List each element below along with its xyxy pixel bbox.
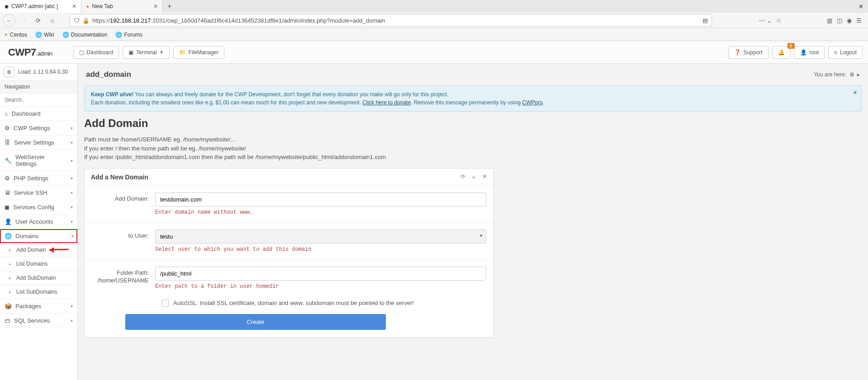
nav-add-domain[interactable]: ▸Add Domain◀━━━━ <box>0 243 77 257</box>
database-icon: 🗃 <box>5 317 10 324</box>
search-input[interactable] <box>0 94 77 107</box>
cube-icon: ◼ <box>5 204 9 211</box>
nav-packages[interactable]: 📦Packages▾ <box>0 299 77 314</box>
panel-header: Add a New Domain ⟳ ＋ ✕ <box>85 169 493 186</box>
dashboard-button[interactable]: ▢Dashboard <box>73 46 119 59</box>
url-bar[interactable]: 🛡 🔒 https://192.168.18.217:2031/cwp_1b50… <box>70 14 712 27</box>
notif-count: 6 <box>787 43 795 49</box>
breadcrumb-row: add_domain You are here: 🖥 ▸ <box>78 64 868 85</box>
server-icon[interactable]: ≣ <box>4 66 14 77</box>
back-button[interactable]: ← <box>3 14 15 27</box>
domain-input[interactable] <box>155 192 486 206</box>
user-icon: 👤 <box>5 218 12 225</box>
new-tab-button[interactable]: + <box>163 2 176 10</box>
window-close-icon[interactable]: ✕ <box>854 3 868 10</box>
refresh-icon[interactable]: ⟳ <box>460 173 465 181</box>
tab-title: CWP7.admin [abc ] <box>11 3 58 9</box>
wrench-icon: 🔧 <box>5 157 12 164</box>
library-icon[interactable]: ▥ <box>827 17 832 24</box>
support-icon: ❓ <box>734 49 741 56</box>
nav-sql-services[interactable]: 🗃SQL Services▾ <box>0 314 77 328</box>
logout-button[interactable]: ⎋Logout <box>828 46 863 59</box>
user-select[interactable]: testu <box>155 230 486 244</box>
more-icon[interactable]: ⋯ <box>759 17 765 24</box>
support-button[interactable]: ❓Support <box>728 46 768 59</box>
donate-link[interactable]: Click here to donate <box>362 99 411 106</box>
chevron-down-icon: ▾ <box>71 176 73 181</box>
autossl-checkbox[interactable] <box>161 300 169 307</box>
add-domain-panel: Add a New Domain ⟳ ＋ ✕ Add Domain: Enter… <box>84 168 494 338</box>
browser-tab-2[interactable]: ● New Tab ✕ <box>81 0 163 13</box>
bookmark-forums[interactable]: 🌐Forums <box>115 32 142 38</box>
nav-service-ssh[interactable]: 🖥Service SSH▾ <box>0 186 77 200</box>
forward-button[interactable]: → <box>17 14 30 27</box>
nav-add-subdomain[interactable]: ▸Add SubDomain <box>0 271 77 285</box>
sidebar: ≣ Load: 1.11 0.64 0.30 Navigation ⌂Dashb… <box>0 64 78 380</box>
filemanager-button[interactable]: 📁FileManager <box>173 46 225 59</box>
reader-icon[interactable]: ▤ <box>702 17 708 24</box>
path-hints: Path must be /home/USERNAME eg. /home/my… <box>84 135 862 162</box>
nav-user-accounts[interactable]: 👤User Accounts▾ <box>0 215 77 229</box>
home-button[interactable]: ⌂ <box>46 14 59 27</box>
sidebar-icon[interactable]: ◫ <box>837 17 842 24</box>
cogs-icon: ⚙ <box>5 175 10 182</box>
desktop-icon[interactable]: 🖥 <box>849 71 854 78</box>
tab-close-icon[interactable]: ✕ <box>153 3 158 9</box>
star-icon[interactable]: ☆ <box>776 17 782 24</box>
nav-php-settings[interactable]: ⚙PHP Settings▾ <box>0 171 77 186</box>
nav-server-settings[interactable]: 🗄Server Settings▾ <box>0 136 77 150</box>
nav-cwp-settings[interactable]: ⚙CWP Settings▾ <box>0 121 77 136</box>
bookmark-wiki[interactable]: 🌐Wiki <box>35 32 54 38</box>
cogs-icon: ⚙ <box>5 125 10 131</box>
domain-row: Add Domain: Enter domain name without ww… <box>85 186 493 223</box>
lock-icon[interactable]: 🔒 <box>82 17 90 24</box>
tab-close-icon[interactable]: ✕ <box>72 3 76 9</box>
centos-icon: ✦ <box>4 32 8 38</box>
cwppro-link[interactable]: CWPpro <box>522 99 542 106</box>
profile-icon[interactable]: ◉ <box>847 17 852 24</box>
user-button[interactable]: 👤root <box>794 46 825 59</box>
chevron-down-icon: ▾ <box>71 190 73 195</box>
desktop-icon: 🖥 <box>5 189 10 196</box>
nav-webserver-settings[interactable]: 🔧WebServer Settings▾ <box>0 150 77 171</box>
chevron-down-icon: ▾ <box>71 140 73 145</box>
create-button[interactable]: Create <box>125 314 386 330</box>
user-row: to User: testu Select user to which you … <box>85 223 493 260</box>
alert-lead: Keep CWP alive! <box>91 91 133 98</box>
tab-bar: ◆ CWP7.admin [abc ] ✕ ● New Tab ✕ + ✕ <box>0 0 868 13</box>
panel-title: Add a New Domain <box>91 174 148 181</box>
path-label: Folder Path: /home/USERNAME <box>92 267 155 294</box>
menu-icon[interactable]: ☰ <box>856 17 862 24</box>
notifications-button[interactable]: 🔔6 <box>772 46 791 59</box>
nav-list-domains[interactable]: ▸List Domains <box>0 257 77 271</box>
nav-heading: Navigation <box>0 80 77 94</box>
close-icon[interactable]: ✕ <box>482 173 487 181</box>
chevron-down-icon: ▾ <box>71 126 73 131</box>
plus-icon[interactable]: ＋ <box>471 173 477 181</box>
browser-tab-1[interactable]: ◆ CWP7.admin [abc ] ✕ <box>0 0 81 13</box>
domain-help: Enter domain name without www. <box>155 209 486 216</box>
folder-icon: 📁 <box>179 49 186 56</box>
submit-row: Create <box>85 314 493 337</box>
chevron-down-icon: ▾ <box>71 219 73 224</box>
terminal-button[interactable]: ▣Terminal ▼ <box>123 46 169 59</box>
chevron-down-icon: ▾ <box>71 318 73 323</box>
bookmark-documentation[interactable]: 🌐Documentation <box>62 32 108 38</box>
path-input[interactable] <box>155 267 486 281</box>
user-icon: 👤 <box>800 49 807 56</box>
nav-domains[interactable]: 🌐Domains▾ <box>0 229 77 243</box>
bookmark-centos[interactable]: ✦Centos <box>4 32 27 38</box>
server-icon: 🗄 <box>5 139 10 146</box>
bullet-icon: ▸ <box>9 262 11 266</box>
reload-button[interactable]: ⟳ <box>32 14 44 27</box>
path-help: Enter path to a folder in user homedir <box>155 283 486 290</box>
nav-list-subdomains[interactable]: ▸List SubDomains <box>0 285 77 299</box>
bookmarks-bar: ✦Centos 🌐Wiki 🌐Documentation 🌐Forums <box>0 28 868 41</box>
user-help: Select user to which you want to add thi… <box>155 246 486 253</box>
close-alert-button[interactable]: × <box>854 89 857 97</box>
shield-icon[interactable]: 🛡 <box>74 17 80 24</box>
pocket-icon[interactable]: ⌄ <box>767 17 772 24</box>
nav-services-config[interactable]: ◼Services Config▾ <box>0 200 77 215</box>
section-heading: Add Domain <box>84 117 862 130</box>
nav-dashboard[interactable]: ⌂Dashboard <box>0 107 77 121</box>
